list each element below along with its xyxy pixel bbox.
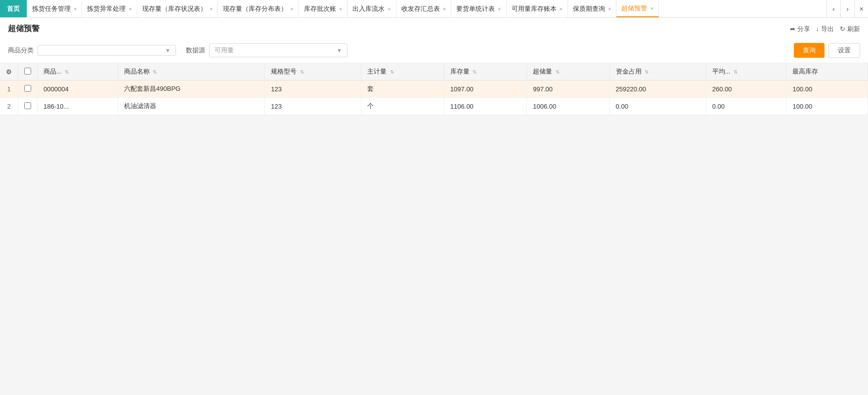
tab-overstock-label: 超储预警 <box>621 4 647 13</box>
refresh-icon: ↻ <box>840 25 845 33</box>
datasource-select[interactable]: 可用量 ▼ <box>209 43 347 57</box>
close-tab-overstock[interactable]: × <box>650 5 653 11</box>
close-tab-exception[interactable]: × <box>129 6 131 12</box>
query-button[interactable]: 查询 <box>794 43 825 58</box>
close-tab-batch-ledger[interactable]: × <box>339 6 342 12</box>
close-tab-inout-flow[interactable]: × <box>388 6 391 12</box>
tab-avail-ledger-label: 可用量库存账本 <box>512 4 557 13</box>
export-label: 导出 <box>821 25 834 34</box>
th-unit[interactable]: 主计量 ⇅ <box>361 63 444 80</box>
tab-inout-flow-label: 出入库流水 <box>352 4 385 13</box>
home-label: 首页 <box>7 4 20 13</box>
close-tab-stock-status[interactable]: × <box>210 6 213 12</box>
datasource-filter: 数据源 可用量 ▼ <box>186 43 347 57</box>
filter-row: 商品分类 ▼ 数据源 可用量 ▼ 查询 设置 <box>0 38 868 63</box>
export-button[interactable]: ↓ 导出 <box>816 25 834 34</box>
sort-product-code-icon: ⇅ <box>65 69 69 75</box>
row-2-product-name: 机油滤清器 <box>118 98 265 115</box>
th-checkbox[interactable] <box>18 63 38 80</box>
tab-task-mgmt[interactable]: 拣货任务管理 × <box>27 0 82 17</box>
export-icon: ↓ <box>816 25 820 33</box>
tab-req-stat[interactable]: 要货单统计表 × <box>451 0 506 17</box>
row-1-overstock: 997.00 <box>527 80 609 98</box>
sort-unit-icon: ⇅ <box>390 69 394 75</box>
sort-stock-icon: ⇅ <box>473 69 477 75</box>
sort-capital-icon: ⇅ <box>645 69 649 75</box>
settings-button[interactable]: 设置 <box>828 43 860 58</box>
nav-close-btn[interactable]: × <box>854 0 868 17</box>
th-spec[interactable]: 规格型号 ⇅ <box>265 63 361 80</box>
row-num-2: 2 <box>0 98 18 115</box>
th-avg[interactable]: 平均... ⇅ <box>706 63 786 80</box>
sort-overstock-icon: ⇅ <box>556 69 560 75</box>
row-1-avg: 260.00 <box>706 80 786 98</box>
row-2-product-code: 186-10... <box>38 98 118 115</box>
th-max-stock: 最高库存 <box>786 63 868 80</box>
tab-batch-ledger[interactable]: 库存批次账 × <box>299 0 347 17</box>
close-tab-recv-summary[interactable]: × <box>443 6 446 12</box>
tab-task-mgmt-label: 拣货任务管理 <box>32 4 71 13</box>
close-tab-avail-ledger[interactable]: × <box>560 6 563 12</box>
share-button[interactable]: ➦ 分享 <box>790 25 810 34</box>
row-2-checkbox-cell[interactable] <box>18 98 38 115</box>
row-1-product-code: 0000004 <box>38 80 118 98</box>
tab-overstock-warning[interactable]: 超储预警 × <box>616 0 658 17</box>
category-chevron-icon: ▼ <box>165 47 171 53</box>
overstock-table: ⚙ 商品... ⇅ 商品名称 ⇅ 规格型号 ⇅ 主计量 <box>0 63 868 115</box>
tab-avail-ledger[interactable]: 可用量库存账本 × <box>507 0 568 17</box>
topbar-nav-buttons: ‹ › × <box>826 0 868 17</box>
page-header: 超储预警 ➦ 分享 ↓ 导出 ↻ 刷新 <box>0 18 868 38</box>
row-1-stock: 1097.00 <box>444 80 526 98</box>
th-overstock-label: 超储量 <box>533 68 552 75</box>
tab-batch-ledger-label: 库存批次账 <box>304 4 336 13</box>
tab-shelf-life-label: 保质期查询 <box>573 4 605 13</box>
tab-stock-status-label: 现存量（库存状况表） <box>142 4 207 13</box>
tab-recv-summary[interactable]: 收发存汇总表 × <box>396 0 451 17</box>
tab-req-stat-label: 要货单统计表 <box>456 4 495 13</box>
th-stock[interactable]: 库存量 ⇅ <box>444 63 526 80</box>
row-1-unit: 套 <box>361 80 444 98</box>
row-2-spec: 123 <box>265 98 361 115</box>
category-select[interactable]: ▼ <box>38 45 176 56</box>
th-gear[interactable]: ⚙ <box>0 63 18 80</box>
row-1-max-stock: 100.00 <box>786 80 868 98</box>
row-1-checkbox[interactable] <box>24 85 31 92</box>
nav-home[interactable]: 首页 <box>0 0 27 17</box>
row-2-avg: 0.00 <box>706 98 786 115</box>
category-filter: 商品分类 ▼ <box>8 45 176 56</box>
tab-inout-flow[interactable]: 出入库流水 × <box>347 0 396 17</box>
tab-shelf-life[interactable]: 保质期查询 × <box>568 0 616 17</box>
tab-stock-status[interactable]: 现存量（库存状况表） × <box>137 0 218 17</box>
row-2-unit: 个 <box>361 98 444 115</box>
refresh-label: 刷新 <box>847 25 860 34</box>
th-spec-label: 规格型号 <box>271 68 297 75</box>
th-unit-label: 主计量 <box>367 68 387 75</box>
gear-icon: ⚙ <box>6 68 12 76</box>
row-1-checkbox-cell[interactable] <box>18 80 38 98</box>
filter-actions: 查询 设置 <box>794 43 860 58</box>
th-capital[interactable]: 资金占用 ⇅ <box>609 63 706 80</box>
tab-exception[interactable]: 拣货异常处理 × <box>82 0 137 17</box>
refresh-button[interactable]: ↻ 刷新 <box>840 25 860 34</box>
page-actions: ➦ 分享 ↓ 导出 ↻ 刷新 <box>790 25 861 34</box>
th-overstock[interactable]: 超储量 ⇅ <box>527 63 609 80</box>
datasource-chevron-icon: ▼ <box>337 47 342 53</box>
table-row: 1 0000004 六配套新昌490BPG 123 套 1097.00 997.… <box>0 80 868 98</box>
tab-stock-dist[interactable]: 现存量（库存分布表） × <box>218 0 299 17</box>
close-tab-task-mgmt[interactable]: × <box>74 6 77 12</box>
close-tab-stock-dist[interactable]: × <box>290 6 293 12</box>
select-all-checkbox[interactable] <box>24 68 31 75</box>
th-product-name[interactable]: 商品名称 ⇅ <box>118 63 265 80</box>
tab-recv-summary-label: 收发存汇总表 <box>401 4 440 13</box>
row-2-checkbox[interactable] <box>24 102 31 109</box>
datasource-label: 数据源 <box>186 46 205 55</box>
th-product-code[interactable]: 商品... ⇅ <box>38 63 118 80</box>
th-product-name-label: 商品名称 <box>124 68 150 75</box>
page-title: 超储预警 <box>8 24 40 34</box>
close-tab-shelf-life[interactable]: × <box>608 6 611 12</box>
nav-prev-btn[interactable]: ‹ <box>826 0 840 17</box>
table-header: ⚙ 商品... ⇅ 商品名称 ⇅ 规格型号 ⇅ 主计量 <box>0 63 868 80</box>
close-tab-req-stat[interactable]: × <box>498 6 501 12</box>
nav-next-btn[interactable]: › <box>840 0 854 17</box>
row-2-overstock: 1006.00 <box>527 98 609 115</box>
